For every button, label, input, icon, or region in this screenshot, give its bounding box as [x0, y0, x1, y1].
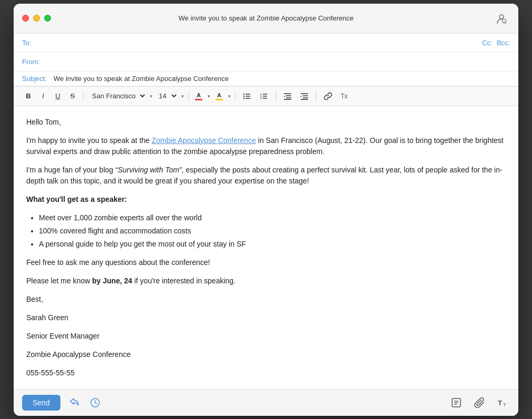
from-label: From:	[22, 58, 54, 66]
cc-link[interactable]: Cc:	[482, 39, 493, 47]
close-button[interactable]	[22, 15, 29, 22]
underline-button[interactable]: U	[52, 90, 64, 103]
to-label: To:	[22, 39, 54, 47]
clear-format-button[interactable]: Tx	[337, 90, 351, 103]
note-icon-button[interactable]	[449, 395, 464, 410]
svg-text:+: +	[503, 19, 505, 23]
svg-point-7	[243, 97, 244, 98]
titlebar: We invite you to speak at Zombie Apocaly…	[14, 4, 518, 34]
paragraph-2: I'm a huge fan of your blog “Surviving w…	[26, 165, 506, 187]
paragraph-4: Please let me know by June, 24 if you're…	[26, 275, 506, 287]
svg-marker-19	[284, 96, 285, 97]
from-field-row: From:	[14, 53, 518, 71]
font-family-select[interactable]: San Francisco Helvetica Arial	[88, 90, 147, 101]
send-button[interactable]: Send	[22, 395, 60, 411]
footer-toolbar: Send	[14, 389, 518, 416]
footer-right-actions: T T	[449, 395, 510, 410]
svg-point-3	[243, 93, 244, 94]
benefits-list: Meet over 1,000 zombie experts all over …	[37, 212, 506, 250]
bullet-item-1: Meet over 1,000 zombie experts all over …	[39, 212, 506, 223]
svg-text:T: T	[503, 402, 506, 407]
bullet-heading-text: What you'll get as a speaker:	[26, 195, 127, 203]
email-compose-window: We invite you to speak at Zombie Apocaly…	[14, 4, 518, 416]
svg-rect-16	[286, 95, 291, 96]
font-dropdown-arrow: ▾	[150, 94, 152, 99]
text-color-dropdown-arrow: ▾	[208, 94, 210, 99]
person-icon[interactable]: +	[493, 10, 510, 27]
bullet-item-3: A personal guide to help you get the mos…	[39, 239, 506, 250]
para4-post: if you're interested in speaking.	[132, 277, 236, 285]
highlight-dropdown-arrow: ▾	[228, 94, 231, 99]
separator-5	[316, 91, 316, 101]
maximize-button[interactable]	[44, 15, 51, 22]
svg-rect-10	[263, 94, 267, 95]
subject-input[interactable]	[54, 75, 510, 83]
from-input[interactable]	[54, 58, 510, 66]
separator-3	[235, 91, 236, 101]
separator-4	[275, 91, 276, 101]
italic-button[interactable]: I	[37, 90, 49, 103]
to-field-row: To: Cc: Bcc:	[14, 34, 518, 53]
reply-icon-button[interactable]	[67, 395, 81, 410]
paragraph-1: I'm happy to invite you to speak at the …	[26, 135, 506, 157]
format-icon-button[interactable]: T T	[495, 395, 510, 410]
sig-line4: Zombie Apocalypse Conference	[26, 349, 506, 360]
separator-2	[188, 91, 189, 101]
text-color-button[interactable]: A	[193, 90, 204, 103]
link-button[interactable]	[321, 90, 335, 103]
sig-line1: Best,	[26, 294, 506, 305]
window-title: We invite you to speak at Zombie Apocaly…	[179, 14, 354, 22]
svg-rect-22	[303, 97, 308, 98]
highlight-color-bar	[216, 99, 223, 100]
bcc-link[interactable]: Bcc:	[497, 39, 510, 47]
bold-button[interactable]: B	[22, 90, 35, 103]
schedule-icon-button[interactable]	[88, 395, 103, 410]
size-dropdown-arrow: ▾	[181, 94, 184, 99]
increase-indent-button[interactable]	[297, 90, 312, 103]
highlight-color-button[interactable]: A	[213, 90, 225, 103]
font-size-select[interactable]: 14 10 12 16 18	[155, 90, 178, 101]
svg-rect-20	[301, 93, 308, 94]
to-input[interactable]	[54, 39, 482, 47]
minimize-button[interactable]	[33, 15, 40, 22]
svg-point-5	[243, 95, 244, 96]
email-header: To: Cc: Bcc: From: Subject:	[14, 34, 518, 87]
svg-text:T: T	[498, 399, 502, 407]
clear-format-label: Tx	[341, 93, 347, 100]
para4-pre: Please let me know	[26, 277, 92, 285]
para1-pre: I'm happy to invite you to speak at the	[26, 136, 151, 145]
blog-name: “Surviving with Tom”	[115, 166, 181, 174]
svg-rect-12	[263, 96, 267, 97]
compose-body[interactable]: Hello Tom, I'm happy to invite you to sp…	[14, 106, 518, 389]
unordered-list-button[interactable]	[240, 90, 254, 103]
svg-rect-6	[245, 96, 250, 97]
svg-rect-15	[284, 93, 291, 94]
svg-point-0	[499, 15, 504, 19]
decrease-indent-button[interactable]	[280, 90, 295, 103]
bullet-item-2: 100% covered flight and accommodation co…	[39, 226, 506, 237]
deadline-bold: by June, 24	[92, 277, 132, 285]
text-color-bar	[195, 99, 202, 100]
svg-text:3.: 3.	[260, 96, 262, 99]
svg-rect-8	[245, 98, 250, 99]
svg-rect-4	[245, 94, 250, 95]
sig-line5: 055-555-55-55	[26, 367, 506, 379]
ordered-list-button[interactable]: 1. 2. 3.	[257, 90, 271, 103]
text-color-label: A	[197, 92, 201, 98]
subject-field-row: Subject:	[14, 71, 518, 86]
strikethrough-button[interactable]: S	[66, 90, 79, 103]
svg-rect-14	[263, 98, 267, 99]
footer-left-actions: Send	[22, 395, 103, 411]
subject-label: Subject:	[22, 75, 54, 83]
cc-bcc-links: Cc: Bcc:	[482, 39, 510, 47]
sig-line3: Senior Event Manager	[26, 331, 506, 342]
para2-pre: I'm a huge fan of your blog	[26, 166, 115, 174]
conference-link[interactable]: Zombie Apocalypse Conference	[151, 136, 255, 145]
svg-rect-18	[284, 99, 291, 100]
svg-rect-17	[286, 97, 291, 98]
paragraph-3: Feel free to ask me any questions about …	[26, 257, 506, 268]
attachment-icon-button[interactable]	[472, 395, 487, 410]
traffic-lights	[22, 15, 51, 22]
sig-line2: Sarah Green	[26, 312, 506, 323]
bullet-heading: What you'll get as a speaker:	[26, 194, 506, 205]
